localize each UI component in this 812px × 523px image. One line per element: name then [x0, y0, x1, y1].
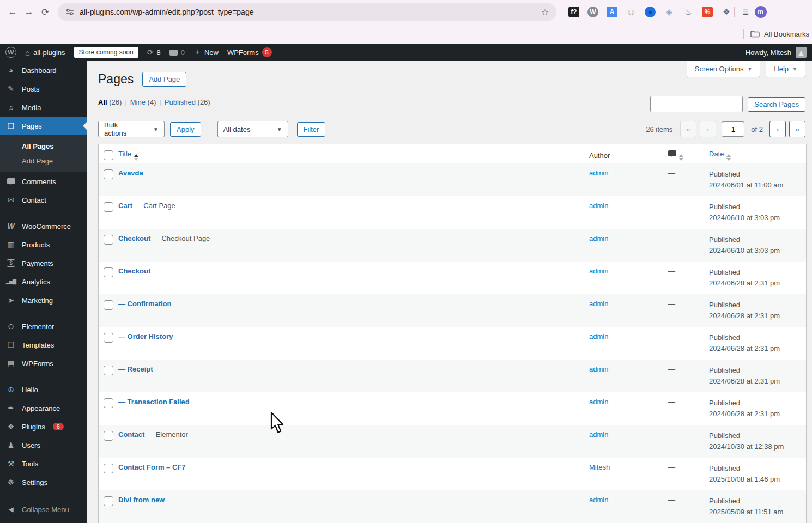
add-page-button[interactable]: Add Page	[142, 72, 186, 87]
author-link[interactable]: admin	[589, 267, 608, 275]
tab-list-icon[interactable]: ≣	[742, 7, 749, 17]
forward-icon[interactable]: →	[21, 4, 37, 20]
submenu-item-all-pages[interactable]: All Pages	[0, 139, 87, 154]
page-title-link[interactable]: Cart	[118, 202, 132, 210]
row-checkbox[interactable]	[104, 366, 113, 375]
filter-all[interactable]: All (26)	[98, 98, 122, 106]
sidebar-item-posts[interactable]: ✎Posts	[0, 80, 87, 98]
bulk-actions-select[interactable]: Bulk actions▼	[98, 121, 165, 137]
row-checkbox[interactable]	[104, 235, 113, 245]
next-page-button[interactable]: ›	[769, 121, 786, 137]
sidebar-item-dashboard[interactable]: ◕Dashboard	[0, 61, 87, 80]
select-all-checkbox[interactable]	[104, 150, 113, 160]
page-title-link[interactable]: — Order History	[118, 332, 173, 340]
author-link[interactable]: admin	[589, 300, 608, 308]
page-title-link[interactable]: — Transaction Failed	[118, 398, 190, 406]
search-input[interactable]	[650, 96, 743, 112]
screen-options-button[interactable]: Screen Options▼	[687, 61, 761, 77]
dates-filter-select[interactable]: All dates▼	[217, 121, 288, 137]
comments-link[interactable]: 0	[169, 48, 185, 57]
row-checkbox[interactable]	[104, 333, 113, 343]
author-link[interactable]: admin	[589, 169, 608, 177]
page-title-link[interactable]: — Confirmation	[118, 300, 172, 308]
author-link[interactable]: admin	[589, 202, 608, 210]
sidebar-item-settings[interactable]: ☸Settings	[0, 473, 87, 491]
fonts-extension-icon[interactable]: f?	[568, 7, 579, 17]
filter-button[interactable]: Filter	[297, 122, 326, 137]
sidebar-item-contact[interactable]: ✉Contact	[0, 191, 87, 209]
my-account-link[interactable]: Howdy, Mitesh ♟	[746, 47, 807, 58]
sidebar-item-media[interactable]: ♫Media	[0, 98, 87, 117]
page-title-link[interactable]: Checkout	[118, 267, 150, 275]
author-link[interactable]: admin	[589, 365, 608, 373]
collapse-menu-button[interactable]: ◀ Collapse Menu	[0, 500, 87, 519]
sidebar-item-plugins[interactable]: ❖Plugins6	[0, 417, 87, 436]
all-bookmarks-label[interactable]: All Bookmarks	[764, 30, 812, 38]
updates-link[interactable]: ⟳ 8	[147, 48, 161, 57]
sidebar-item-elementor[interactable]: ⊜Elementor	[0, 317, 87, 336]
filter-mine[interactable]: Mine (4)	[130, 98, 156, 106]
bookmark-star-icon[interactable]: ☆	[541, 7, 549, 17]
shield-extension-icon[interactable]: ◈	[664, 7, 675, 17]
site-name-link[interactable]: ⌂ all-plugins	[25, 48, 65, 57]
page-title-link[interactable]: Contact	[118, 430, 144, 439]
u-extension-icon[interactable]: U	[626, 7, 637, 17]
sidebar-item-users[interactable]: ♟Users	[0, 436, 87, 454]
page-title-link[interactable]: — Receipt	[118, 365, 153, 373]
page-title-link[interactable]: Checkout	[118, 234, 150, 242]
author-link[interactable]: admin	[589, 234, 608, 242]
sidebar-item-comments[interactable]: Comments	[0, 172, 87, 191]
sidebar-item-marketing[interactable]: ➤Marketing	[0, 291, 87, 309]
row-checkbox[interactable]	[104, 496, 113, 506]
row-checkbox[interactable]	[104, 300, 113, 310]
translate-extension-icon[interactable]: A	[607, 7, 617, 17]
sidebar-item-wpforms[interactable]: ▤WPForms	[0, 354, 87, 373]
search-pages-button[interactable]: Search Pages	[748, 97, 805, 112]
comments-column-icon[interactable]	[668, 150, 676, 156]
new-content-link[interactable]: ＋ New	[193, 47, 219, 57]
sidebar-item-pages[interactable]: ❐Pages	[0, 117, 87, 135]
last-page-button[interactable]: »	[789, 121, 805, 137]
back-icon[interactable]: ←	[4, 4, 21, 20]
wordpress-extension-icon[interactable]: W	[587, 7, 598, 17]
submenu-item-add-page[interactable]: Add Page	[0, 154, 87, 168]
help-button[interactable]: Help▼	[766, 61, 805, 77]
percent-extension-icon[interactable]: %	[702, 7, 713, 17]
page-title-link[interactable]: Divi from new	[118, 496, 165, 504]
sidebar-item-tools[interactable]: ⚒Tools	[0, 454, 87, 473]
filter-published[interactable]: Published (26)	[165, 98, 210, 106]
sidebar-item-hello[interactable]: ⊕Hello	[0, 380, 87, 399]
sidebar-item-templates[interactable]: ❒Templates	[0, 336, 87, 354]
browser-profile-avatar[interactable]: m	[755, 6, 767, 18]
sidebar-item-payments[interactable]: $Payments	[0, 254, 87, 272]
extensions-puzzle-icon[interactable]: ❖	[721, 7, 732, 17]
wpforms-link[interactable]: WPForms 5	[227, 47, 272, 57]
sidebar-item-appearance[interactable]: ✒Appearance	[0, 399, 87, 417]
sidebar-item-analytics[interactable]: ▂▅▇Analytics	[0, 272, 87, 291]
blue-dot-extension-icon[interactable]: ●	[645, 7, 656, 17]
row-checkbox[interactable]	[104, 169, 113, 179]
reload-icon[interactable]: ⟳	[37, 4, 53, 20]
current-page-input[interactable]	[722, 121, 744, 137]
row-checkbox[interactable]	[104, 202, 113, 212]
row-checkbox[interactable]	[104, 431, 113, 441]
page-title-link[interactable]: Avavda	[118, 169, 143, 177]
author-link[interactable]: admin	[589, 398, 608, 406]
apply-button[interactable]: Apply	[170, 122, 201, 137]
author-link[interactable]: Mitesh	[589, 463, 610, 471]
author-link[interactable]: admin	[589, 430, 608, 439]
sort-title-header[interactable]: Title	[118, 150, 131, 158]
row-checkbox[interactable]	[104, 464, 113, 473]
row-checkbox[interactable]	[104, 398, 113, 408]
sidebar-item-products[interactable]: ▦Products	[0, 235, 87, 254]
page-title-link[interactable]: Contact Form – CF7	[118, 463, 186, 471]
site-info-icon[interactable]	[65, 8, 74, 16]
sidebar-item-woocommerce[interactable]: WWooCommerce	[0, 217, 87, 235]
row-checkbox[interactable]	[104, 267, 113, 277]
author-link[interactable]: admin	[589, 496, 608, 504]
address-bar[interactable]: all-plugins.com/wp-admin/edit.php?post_t…	[58, 3, 556, 21]
robot-extension-icon[interactable]: ♨	[683, 7, 694, 17]
wp-logo-icon[interactable]: W	[5, 47, 16, 58]
author-link[interactable]: admin	[589, 332, 608, 340]
sort-date-header[interactable]: Date	[709, 150, 724, 158]
